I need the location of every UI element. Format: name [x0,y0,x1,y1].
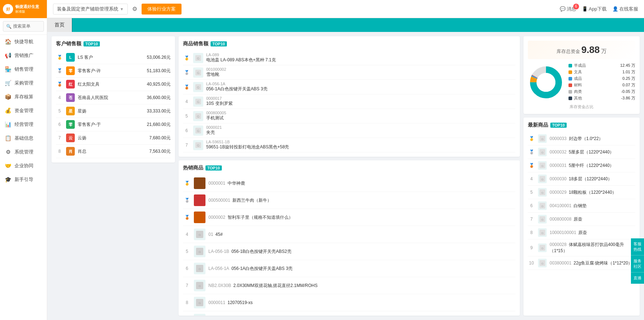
svg-text:G: G [199,250,201,254]
hot-product-img: G [194,280,205,291]
hot-product-name: 000500001新西兰牛肉（新牛） [208,197,515,204]
sidebar-item-operations[interactable]: 📊 经营管理 [0,118,47,131]
sidebar-item-collab[interactable]: 🤝 企业协同 [0,159,47,173]
product-info: LA-59651-1B 59651-1B旋转投影灯电池盒ABS黑色+58壳 [206,140,515,150]
hot-rank-num: 6 [183,266,191,271]
sidebar-item-quick[interactable]: 🏠 快捷导航 [0,35,47,49]
product-row: 5 G 000800005 手机测试 [183,109,515,123]
donut-chart [528,64,564,100]
new-product-name: 0000028体赋嘉枝味苏打饮品400毫升（1*15） [550,242,635,254]
rank-number: 🥇 [56,55,63,60]
sidebar-item-sales[interactable]: 🏪 销售管理 [0,62,47,76]
legend-value: -0.05 万 [621,89,635,94]
header: 装备及固定资产辅助管理系统 ▼ ⚙ 体验行业方案 💬 消息 6 📱 App下载 … [47,0,644,18]
inventory-total: 库存总资金 9.88 万 [528,41,635,59]
legend-label: 文具 [574,69,621,75]
search-menu-button[interactable]: 🔍 搜索菜单 [3,21,44,32]
message-badge: 6 [573,4,579,9]
new-product-row: 5 G 000002918颗粒板（1220*2440） [528,186,635,199]
online-service-button[interactable]: 👤 在线客服 [612,6,638,12]
hot-product-row: 🥉 0000002智利车子里（规格不知道填什么） [183,209,515,226]
sidebar-item-inventory[interactable]: 📦 库存核算 [0,90,47,104]
rank-avatar: 零 [66,66,75,75]
hot-product-row: 5 G LA-056-1B056-1B白色按键开关壳ABS2壳 [183,243,515,260]
new-rank-num: 9 [528,245,535,250]
collab-icon: 🤝 [4,163,12,169]
new-product-row: 🥇 G 0000033封边带（1.0*22） [528,132,635,145]
legend-label: 材料 [574,82,621,88]
float-btn-service[interactable]: 客服 热线 [631,238,644,255]
svg-text:G: G [541,164,543,168]
hot-product-row: 🥈 000500001新西兰牛肉（新牛） [183,192,515,209]
svg-text:G: G [541,218,543,221]
new-product-row: 8 G 10000100001原壶 [528,226,635,239]
new-product-row: 4 G 000003018多层（1220*2440） [528,172,635,186]
message-icon: 💬 [560,6,566,12]
product-img: G [193,140,203,150]
float-btn-community[interactable]: 服务 社区 [631,255,644,272]
sidebar-item-system[interactable]: ⚙ 系统管理 [0,145,47,159]
rank-name: LS 客户 [78,54,144,61]
product-sales-rank-card: 商品销售额 TOP10 🥇 G LA-089 电池盖 LA-089 ABS本色+… [179,36,520,157]
mid-column: 商品销售额 TOP10 🥇 G LA-089 电池盖 LA-089 ABS本色+… [179,36,520,316]
inventory-unit: 万 [600,48,607,54]
rank-number: 7 [56,135,63,140]
chevron-down-icon: ▼ [120,7,124,11]
hot-product-img: G [194,314,205,316]
new-product-img: G [538,228,547,237]
sidebar-item-finance[interactable]: 💰 资金管理 [0,104,47,118]
svg-text:G: G [197,144,199,147]
base-icon: 📋 [4,135,12,141]
new-product-name: 0000033封边带（1.0*22） [550,136,635,142]
main-area: 装备及固定资产辅助管理系统 ▼ ⚙ 体验行业方案 💬 消息 6 📱 App下载 … [47,0,644,320]
product-rank-num: 🥉 [183,85,190,90]
rank-number: 6 [56,122,63,127]
legend-item: 其他 -3.86 万 [568,95,635,101]
trial-button[interactable]: 体验行业方案 [142,4,182,15]
new-rank-num: 7 [528,217,535,222]
product-img: G [193,97,203,107]
rank-row: 🥉 红 红太阳文具 40,925.00元 [56,78,171,91]
product-info: 001000002 雪地靴 [206,67,515,78]
float-btn-live[interactable]: 直播 [631,272,644,284]
product-rank-num: 7 [183,143,190,148]
product-row: 🥉 G LA-056-1A 056-1A白色按键开关盖ABS 3壳 [183,80,515,94]
hot-products-title: 热销商品 TOP10 [183,165,515,171]
logo-text: 畅捷通好生意 [15,4,39,9]
hot-product-name: 000001112070519-xs [208,300,515,305]
sidebar-item-guide[interactable]: 🎓 新手引导 [0,173,47,186]
new-rank-num: 🥉 [528,163,535,168]
sidebar-item-base[interactable]: 📋 基础信息 [0,131,47,145]
legend-item: 材料 0.07 万 [568,82,635,88]
product-row: 6 G 0000021 夹壳 [183,123,515,138]
svg-text:G: G [197,100,199,104]
float-buttons: 客服 热线 服务 社区 直播 [631,238,644,284]
legend-label: 成品 [574,76,621,81]
new-product-row: 10 G 00380000122g鱼豆腐·烧烤味（1*12*20） [528,257,635,270]
hot-product-img [194,194,205,206]
legend-dot [568,97,572,100]
tab-bar: 首页 [47,18,644,32]
svg-text:G: G [199,233,201,237]
sidebar-item-purchase[interactable]: 🛒 采购管理 [0,76,47,90]
new-product-img: G [538,134,547,143]
app-download-button[interactable]: 📱 App下载 [582,6,607,12]
rank-name: 苍南县人民医院 [78,95,144,101]
product-row: 4 G 0000017 10S 变刹罗紫 [183,94,515,109]
settings-icon[interactable]: ⚙ [132,5,137,12]
rank-row: 5 星 星扬 33,333.00元 [56,104,171,118]
hot-product-img [194,212,205,223]
svg-text:G: G [197,71,199,75]
rank-number: 8 [56,149,63,154]
tab-home[interactable]: 首页 [47,18,72,32]
sidebar-item-marketing[interactable]: 📢 营销推广 [0,49,47,62]
message-button[interactable]: 💬 消息 6 [560,6,576,12]
system-selector[interactable]: 装备及固定资产辅助管理系统 ▼ [53,4,128,15]
new-product-name: 004100001白钢垫 [550,203,635,209]
home-icon: 🏠 [4,38,12,45]
svg-text:G: G [199,267,201,271]
new-rank-num: 🥇 [528,136,535,141]
hot-product-img [194,177,205,189]
product-rank-num: 🥈 [183,70,190,75]
new-product-row: 6 G 004100001白钢垫 [528,199,635,213]
